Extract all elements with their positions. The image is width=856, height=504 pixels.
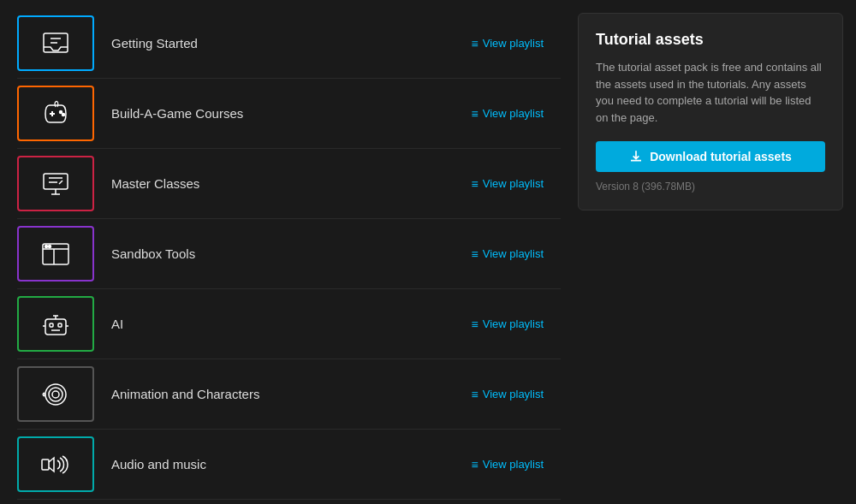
course-title-getting-started: Getting Started bbox=[111, 36, 472, 50]
view-playlist-link-ai[interactable]: ≡ View playlist bbox=[472, 317, 544, 331]
view-playlist-link-audio-music[interactable]: ≡ View playlist bbox=[472, 458, 544, 471]
playlist-icon: ≡ bbox=[472, 247, 479, 261]
course-list-container: Getting Started ≡ View playlist Build-A-… bbox=[0, 0, 578, 504]
svg-rect-3 bbox=[44, 174, 68, 189]
svg-rect-9 bbox=[45, 319, 66, 335]
tutorial-assets-panel: Tutorial assets The tutorial asset pack … bbox=[578, 13, 843, 210]
svg-rect-10 bbox=[50, 323, 53, 327]
view-playlist-link-master-classes[interactable]: ≡ View playlist bbox=[472, 177, 544, 191]
playlist-icon: ≡ bbox=[472, 388, 479, 401]
view-playlist-link-animation-characters[interactable]: ≡ View playlist bbox=[472, 388, 544, 401]
course-icon-animation-characters bbox=[17, 366, 94, 422]
course-list: Getting Started ≡ View playlist Build-A-… bbox=[17, 9, 561, 504]
panel-title: Tutorial assets bbox=[596, 31, 825, 49]
download-button-label: Download tutorial assets bbox=[650, 150, 792, 163]
course-item-sandbox-tools[interactable]: Sandbox Tools ≡ View playlist bbox=[17, 219, 561, 289]
course-icon-getting-started bbox=[17, 15, 94, 71]
playlist-icon: ≡ bbox=[472, 177, 479, 191]
course-item-audio-music[interactable]: Audio and music ≡ View playlist bbox=[17, 430, 561, 500]
svg-point-13 bbox=[49, 388, 62, 401]
course-icon-master-classes bbox=[17, 156, 94, 211]
course-title-sandbox-tools: Sandbox Tools bbox=[111, 246, 472, 261]
course-title-animation-characters: Animation and Characters bbox=[111, 387, 472, 401]
course-item-master-classes[interactable]: Master Classes ≡ View playlist bbox=[17, 149, 561, 219]
course-item-getting-started[interactable]: Getting Started ≡ View playlist bbox=[17, 9, 561, 79]
course-item-build-a-game[interactable]: Build-A-Game Courses ≡ View playlist bbox=[17, 79, 561, 149]
svg-point-8 bbox=[49, 245, 51, 247]
view-playlist-link-getting-started[interactable]: ≡ View playlist bbox=[472, 37, 544, 50]
svg-rect-11 bbox=[58, 323, 62, 327]
course-icon-ai bbox=[17, 296, 94, 352]
course-item-digital-content[interactable]: Digital Content Creation ≡ View playlist bbox=[17, 500, 561, 504]
download-icon bbox=[629, 150, 643, 163]
course-item-ai[interactable]: AI ≡ View playlist bbox=[17, 289, 561, 359]
course-icon-audio-music bbox=[17, 436, 94, 492]
panel-description: The tutorial asset pack is free and cont… bbox=[596, 59, 825, 126]
version-text: Version 8 (396.78MB) bbox=[596, 181, 825, 193]
course-item-animation-characters[interactable]: Animation and Characters ≡ View playlist bbox=[17, 359, 561, 430]
course-icon-build-a-game bbox=[17, 86, 94, 141]
playlist-icon: ≡ bbox=[472, 458, 479, 471]
course-title-master-classes: Master Classes bbox=[111, 176, 472, 191]
download-button[interactable]: Download tutorial assets bbox=[596, 141, 825, 172]
view-playlist-link-build-a-game[interactable]: ≡ View playlist bbox=[472, 107, 544, 121]
course-title-build-a-game: Build-A-Game Courses bbox=[111, 106, 472, 121]
course-title-ai: AI bbox=[111, 317, 472, 331]
svg-point-1 bbox=[60, 110, 62, 113]
course-title-audio-music: Audio and music bbox=[111, 457, 472, 471]
playlist-icon: ≡ bbox=[472, 37, 479, 50]
view-playlist-link-sandbox-tools[interactable]: ≡ View playlist bbox=[472, 247, 544, 261]
svg-point-7 bbox=[45, 245, 48, 247]
course-icon-sandbox-tools bbox=[17, 226, 94, 282]
svg-rect-15 bbox=[42, 460, 49, 470]
svg-point-14 bbox=[52, 391, 59, 398]
playlist-icon: ≡ bbox=[472, 107, 479, 121]
svg-point-2 bbox=[62, 113, 65, 116]
playlist-icon: ≡ bbox=[472, 317, 479, 331]
